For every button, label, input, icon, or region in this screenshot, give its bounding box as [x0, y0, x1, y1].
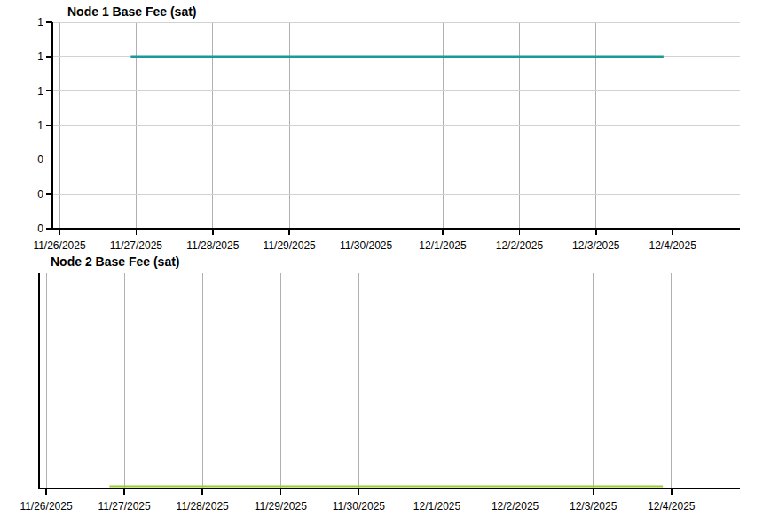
svg-text:11/30/2025: 11/30/2025 [333, 500, 385, 512]
svg-text:0: 0 [37, 188, 43, 200]
svg-text:0: 0 [37, 223, 43, 235]
svg-text:12/1/2025: 12/1/2025 [419, 239, 467, 252]
svg-text:0: 0 [37, 153, 43, 166]
svg-text:1: 1 [37, 51, 43, 63]
svg-text:1: 1 [37, 120, 43, 132]
svg-text:12/1/2025: 12/1/2025 [413, 500, 461, 512]
svg-text:11/29/2025: 11/29/2025 [255, 500, 307, 512]
svg-text:1: 1 [37, 16, 43, 28]
svg-text:11/26/2025: 11/26/2025 [33, 239, 85, 252]
svg-text:12/4/2025: 12/4/2025 [649, 239, 697, 252]
svg-text:11/27/2025: 11/27/2025 [110, 239, 162, 252]
svg-text:11/30/2025: 11/30/2025 [340, 239, 392, 252]
svg-text:11/28/2025: 11/28/2025 [177, 500, 229, 512]
svg-text:12/3/2025: 12/3/2025 [572, 239, 620, 252]
svg-text:11/26/2025: 11/26/2025 [20, 500, 72, 512]
fee-charts-page: 111100011/26/202511/27/202511/28/202511/… [0, 0, 763, 532]
svg-text:1: 1 [37, 85, 43, 98]
node2-chart-title: Node 2 Base Fee (sat) [51, 254, 180, 269]
svg-text:12/4/2025: 12/4/2025 [648, 500, 696, 512]
svg-text:12/2/2025: 12/2/2025 [496, 239, 544, 252]
svg-text:11/28/2025: 11/28/2025 [186, 239, 239, 252]
svg-text:12/3/2025: 12/3/2025 [570, 500, 617, 512]
svg-text:11/27/2025: 11/27/2025 [98, 500, 151, 512]
svg-text:12/2/2025: 12/2/2025 [492, 500, 539, 512]
svg-text:11/29/2025: 11/29/2025 [264, 239, 316, 252]
node1-chart-title: Node 1 Base Fee (sat) [67, 4, 197, 19]
